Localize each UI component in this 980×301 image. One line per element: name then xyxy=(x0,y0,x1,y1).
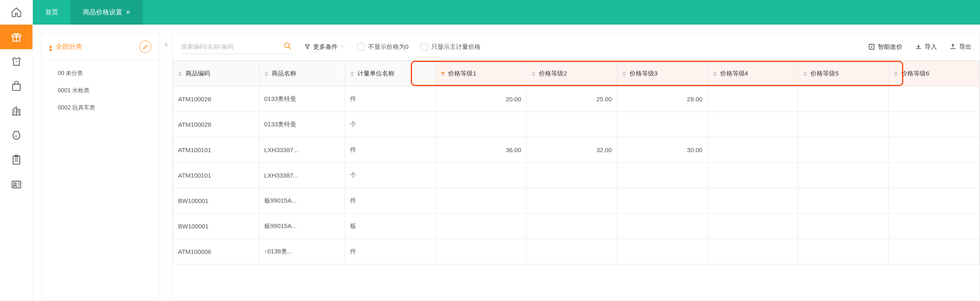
cell-p3[interactable] xyxy=(617,239,708,265)
cell-p2[interactable]: 25.00 xyxy=(527,87,617,112)
nav-money[interactable]: ¥ xyxy=(0,123,32,148)
cell-p1[interactable]: 36.00 xyxy=(436,137,527,163)
chevron-down-icon: ﹀ xyxy=(340,43,345,50)
cell-p6[interactable] xyxy=(889,214,980,239)
export-button[interactable]: 导出 xyxy=(949,43,971,51)
edit-icon xyxy=(868,43,875,50)
cell-p1[interactable] xyxy=(436,214,527,239)
cell-name: 0133奥特曼 xyxy=(259,87,345,112)
col-price-1[interactable]: 价格等级1 xyxy=(436,61,527,87)
cell-name: 板99015A... xyxy=(259,214,345,239)
cell-p6[interactable] xyxy=(889,163,980,188)
hide-zero-checkbox[interactable]: 不显示价格为0 xyxy=(357,43,408,51)
cell-p1[interactable] xyxy=(436,188,527,214)
table-row[interactable]: BW100001板99015A...件 xyxy=(173,188,980,214)
checkbox-icon xyxy=(357,43,365,50)
cell-code: ATM100028 xyxy=(173,112,259,137)
cell-p2[interactable] xyxy=(527,239,617,265)
svg-text:S: S xyxy=(15,60,17,63)
table-row[interactable]: ATM1000280133奥特曼个 xyxy=(173,112,980,137)
cell-p6[interactable] xyxy=(889,188,980,214)
nav-bag[interactable] xyxy=(0,74,32,98)
cell-p1[interactable]: 20.00 xyxy=(436,87,527,112)
cell-p3[interactable]: 30.00 xyxy=(617,137,708,163)
col-unit[interactable]: 计量单位名称 xyxy=(345,61,436,87)
tab-product-price[interactable]: 商品价格设置 ✕ xyxy=(71,0,143,25)
cell-p5[interactable] xyxy=(798,239,889,265)
cell-p5[interactable] xyxy=(798,163,889,188)
cell-p4[interactable] xyxy=(708,112,798,137)
table-row[interactable]: ATM1000280133奥特曼件20.0025.0028.00 xyxy=(173,87,980,112)
cell-p1[interactable] xyxy=(436,112,527,137)
cell-p2[interactable] xyxy=(527,214,617,239)
cell-p2[interactable] xyxy=(527,188,617,214)
cell-code: BW100001 xyxy=(173,188,259,214)
cell-unit: 件 xyxy=(345,188,436,214)
col-price-6[interactable]: 价格等级6 xyxy=(889,61,980,87)
import-button[interactable]: 导入 xyxy=(915,43,937,51)
nav-clipboard[interactable] xyxy=(0,148,32,172)
checkbox-label: 不显示价格为0 xyxy=(368,43,408,51)
cell-p6[interactable] xyxy=(889,112,980,137)
cell-p5[interactable] xyxy=(798,87,889,112)
cell-p6[interactable] xyxy=(889,87,980,112)
col-code[interactable]: 商品编码 xyxy=(173,61,259,87)
cell-p6[interactable] xyxy=(889,137,980,163)
cell-p4[interactable] xyxy=(708,214,798,239)
cell-p5[interactable] xyxy=(798,112,889,137)
smart-price-button[interactable]: 智能改价 xyxy=(868,43,902,51)
table-row[interactable]: BW100001板99015A...板 xyxy=(173,214,980,239)
collapse-handle[interactable]: « xyxy=(160,33,172,301)
category-title[interactable]: 全部分类 xyxy=(50,43,82,51)
edit-category-button[interactable] xyxy=(139,41,151,53)
search-input[interactable] xyxy=(181,43,284,50)
nav-home[interactable] xyxy=(0,0,32,25)
cell-p2[interactable] xyxy=(527,112,617,137)
cell-p4[interactable] xyxy=(708,239,798,265)
col-price-3[interactable]: 价格等级3 xyxy=(617,61,708,87)
table-row[interactable]: ATM100101LXH33387...个 xyxy=(173,163,980,188)
table-row[interactable]: ATM100101LXH33387...件36.0032.0030.00 xyxy=(173,137,980,163)
import-icon xyxy=(915,43,922,50)
more-conditions-button[interactable]: 更多条件 ﹀ xyxy=(304,43,345,51)
tab-home[interactable]: 首页 xyxy=(33,0,71,25)
category-item[interactable]: 00 未分类 xyxy=(41,65,160,82)
cell-name: 0133奥特曼 xyxy=(259,112,345,137)
cell-p4[interactable] xyxy=(708,87,798,112)
col-price-4[interactable]: 价格等级4 xyxy=(708,61,798,87)
col-name[interactable]: 商品名称 xyxy=(259,61,345,87)
cell-p3[interactable] xyxy=(617,214,708,239)
cell-p4[interactable] xyxy=(708,163,798,188)
cell-p3[interactable] xyxy=(617,163,708,188)
close-icon[interactable]: ✕ xyxy=(126,9,131,16)
cell-p3[interactable] xyxy=(617,188,708,214)
only-main-unit-checkbox[interactable]: 只显示主计量价格 xyxy=(421,43,481,51)
topbar: 首页 商品价格设置 ✕ xyxy=(33,0,980,25)
cell-name: 板99015A... xyxy=(259,188,345,214)
category-item[interactable]: 0001 水枪类 xyxy=(41,82,160,99)
more-conditions-label: 更多条件 xyxy=(313,43,338,51)
cell-p5[interactable] xyxy=(798,188,889,214)
checkbox-label: 只显示主计量价格 xyxy=(431,43,481,51)
cell-p5[interactable] xyxy=(798,214,889,239)
nav-shirt[interactable]: S xyxy=(0,49,32,74)
cell-p1[interactable] xyxy=(436,239,527,265)
cell-unit: 件 xyxy=(345,239,436,265)
col-price-5[interactable]: 价格等级5 xyxy=(798,61,889,87)
cell-p3[interactable] xyxy=(617,112,708,137)
table-row[interactable]: ATM100006↑0138奥...件 xyxy=(173,239,980,265)
search-icon[interactable] xyxy=(284,42,292,51)
cell-p2[interactable]: 32.00 xyxy=(527,137,617,163)
nav-building[interactable] xyxy=(0,98,32,123)
category-item[interactable]: 0002 玩具车类 xyxy=(41,99,160,116)
cell-p1[interactable] xyxy=(436,163,527,188)
cell-p2[interactable] xyxy=(527,163,617,188)
cell-p4[interactable] xyxy=(708,188,798,214)
cell-p3[interactable]: 28.00 xyxy=(617,87,708,112)
nav-contact[interactable] xyxy=(0,172,32,197)
nav-gift[interactable] xyxy=(0,25,32,49)
col-price-2[interactable]: 价格等级2 xyxy=(527,61,617,87)
cell-p6[interactable] xyxy=(889,239,980,265)
cell-p4[interactable] xyxy=(708,137,798,163)
cell-p5[interactable] xyxy=(798,137,889,163)
